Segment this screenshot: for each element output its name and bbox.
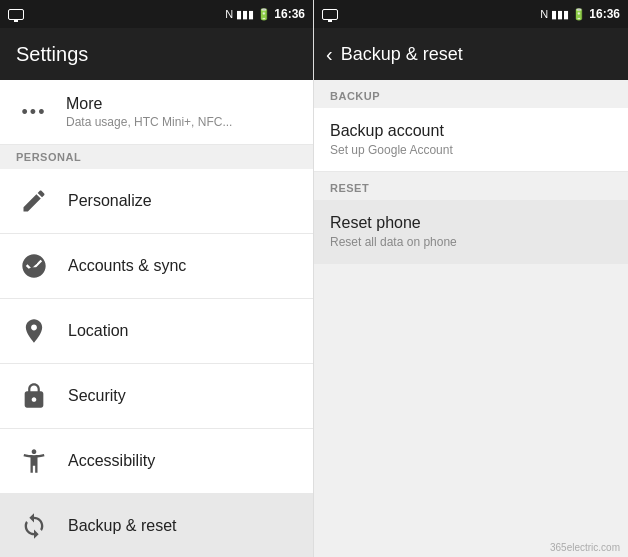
svg-point-0 [31,258,38,265]
left-status-bar: N ▮▮▮ 🔋 16:36 [0,0,313,28]
personalize-icon [16,183,52,219]
left-status-right: N ▮▮▮ 🔋 16:36 [225,7,305,21]
personal-section-header: PERSONAL [0,145,313,169]
left-panel: N ▮▮▮ 🔋 16:36 Settings ••• More Data usa… [0,0,314,557]
reset-section-header: RESET [314,172,628,200]
accessibility-title: Accessibility [68,452,155,470]
security-title: Security [68,387,126,405]
accessibility-icon [16,443,52,479]
more-item[interactable]: ••• More Data usage, HTC Mini+, NFC... [0,80,313,145]
screen-icon [8,9,24,20]
personalize-text: Personalize [68,192,152,210]
backup-reset-text: Backup & reset [68,517,177,535]
backup-icon [16,508,52,544]
right-header: ‹ Backup & reset [314,28,628,80]
reset-phone-subtitle: Reset all data on phone [330,235,612,249]
battery-icon: 🔋 [257,8,271,21]
backup-account-item[interactable]: Backup account Set up Google Account [314,108,628,172]
right-panel: N ▮▮▮ 🔋 16:36 ‹ Backup & reset BACKUP Ba… [314,0,628,557]
left-status-left [8,9,24,20]
accounts-sync-item[interactable]: Accounts & sync [0,234,313,299]
right-status-right: N ▮▮▮ 🔋 16:36 [540,7,620,21]
signal-icon: ▮▮▮ [236,8,254,21]
right-header-title: Backup & reset [341,44,463,65]
backup-account-subtitle: Set up Google Account [330,143,612,157]
right-nfc-icon: N [540,8,548,20]
more-dots-icon: ••• [16,94,52,130]
security-text: Security [68,387,126,405]
more-title: More [66,95,232,113]
left-header-title: Settings [16,43,88,66]
location-item[interactable]: Location [0,299,313,364]
reset-phone-title: Reset phone [330,214,612,232]
right-signal-icon: ▮▮▮ [551,8,569,21]
security-icon [16,378,52,414]
location-icon [16,313,52,349]
personalize-title: Personalize [68,192,152,210]
right-status-left [322,9,338,20]
right-battery-icon: 🔋 [572,8,586,21]
accessibility-text: Accessibility [68,452,155,470]
backup-reset-title: Backup & reset [68,517,177,535]
security-item[interactable]: Security [0,364,313,429]
more-subtitle: Data usage, HTC Mini+, NFC... [66,115,232,129]
back-button[interactable]: ‹ [326,43,333,66]
right-status-bar: N ▮▮▮ 🔋 16:36 [314,0,628,28]
reset-phone-item[interactable]: Reset phone Reset all data on phone [314,200,628,264]
backup-account-title: Backup account [330,122,612,140]
right-time: 16:36 [589,7,620,21]
watermark: 365electric.com [550,542,620,553]
accounts-icon [16,248,52,284]
more-text-group: More Data usage, HTC Mini+, NFC... [66,95,232,129]
personalize-item[interactable]: Personalize [0,169,313,234]
left-header: Settings [0,28,313,80]
accounts-text: Accounts & sync [68,257,186,275]
settings-list: ••• More Data usage, HTC Mini+, NFC... P… [0,80,313,557]
right-screen-icon [322,9,338,20]
nfc-icon: N [225,8,233,20]
accessibility-item[interactable]: Accessibility [0,429,313,494]
backup-section-header: BACKUP [314,80,628,108]
location-text: Location [68,322,129,340]
location-title: Location [68,322,129,340]
accounts-title: Accounts & sync [68,257,186,275]
right-content: BACKUP Backup account Set up Google Acco… [314,80,628,557]
left-time: 16:36 [274,7,305,21]
backup-reset-item[interactable]: Backup & reset [0,494,313,557]
